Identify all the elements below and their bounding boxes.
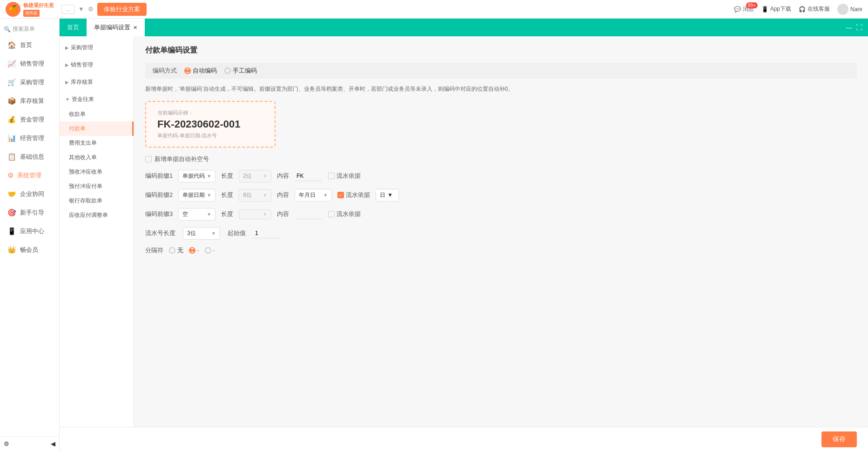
prefix2-content-select[interactable]: 年月日 ▼ bbox=[295, 189, 332, 202]
serial-arrow-icon: ▼ bbox=[211, 231, 216, 236]
sidebar-item-operation[interactable]: 📊 经营管理 bbox=[2, 129, 57, 147]
serial-row: 流水号长度 3位 ▼ 起始值 bbox=[145, 227, 857, 240]
search-icon: 🔍 bbox=[4, 26, 11, 33]
sep-dot2-radio[interactable]: · bbox=[205, 247, 215, 254]
prefix2-content-arrow-icon: ▼ bbox=[323, 193, 328, 198]
prefix3-length-arrow: ▼ bbox=[262, 212, 267, 217]
auto-encode-radio[interactable]: 自动编码 bbox=[184, 67, 217, 75]
sub-menu-purchase-title[interactable]: ▶ 采购管理 bbox=[60, 40, 134, 55]
sep-none-radio[interactable]: 无 bbox=[169, 246, 183, 255]
maximize-icon[interactable]: ⛶ bbox=[856, 24, 862, 31]
prefix1-length-box: 2位 ▼ bbox=[239, 170, 271, 182]
prefix2-content-label: 内容 bbox=[277, 191, 289, 199]
sidebar-bottom: ⚙ ◀ bbox=[0, 436, 59, 451]
sidebar-item-system[interactable]: ⚙ 系统管理 bbox=[2, 167, 57, 184]
tab-bar: 首页 单据编码设置 ✕ — ⛶ bbox=[60, 19, 868, 36]
sidebar-item-enterprise[interactable]: 🤝 企业协同 bbox=[2, 185, 57, 203]
bottom-bar: 保存 bbox=[60, 427, 868, 451]
layout: 🔍 搜索菜单 🏠 首页 📈 销售管理 🛒 采购管理 📦 库存核算 💰 资金管理 … bbox=[0, 0, 868, 451]
sep-dot2-circle bbox=[205, 247, 211, 254]
sidebar-search[interactable]: 🔍 搜索菜单 bbox=[0, 22, 59, 36]
download-icon: 📱 bbox=[761, 6, 768, 13]
sub-menu-expense[interactable]: 费用支出单 bbox=[60, 136, 134, 150]
prefix2-length-arrow: ▼ bbox=[262, 193, 267, 198]
home-icon: 🏠 bbox=[7, 41, 16, 49]
sidebar-item-finance[interactable]: 💰 资金管理 bbox=[2, 111, 57, 128]
tab-encode-settings[interactable]: 单据编码设置 ✕ bbox=[87, 19, 145, 36]
online-service-button[interactable]: 🎧 在线客服 bbox=[799, 5, 830, 13]
sidebar-item-basic[interactable]: 📋 基础信息 bbox=[2, 148, 57, 166]
tab-home[interactable]: 首页 bbox=[60, 19, 87, 36]
sub-menu-sales-title[interactable]: ▶ 销售管理 bbox=[60, 57, 134, 73]
sub-menu-prepaid-receivable[interactable]: 预收冲应收单 bbox=[60, 165, 134, 179]
trial-button[interactable]: 体验行业方案 bbox=[97, 3, 147, 16]
prefix3-content-input[interactable] bbox=[295, 209, 323, 219]
sub-menu-capital-title[interactable]: ▼ 资金往来 bbox=[60, 92, 134, 107]
prefix1-select[interactable]: 单据代码 ▼ bbox=[178, 170, 215, 182]
prefix3-flow-checkbox[interactable] bbox=[328, 211, 335, 217]
sidebar-item-purchase[interactable]: 🛒 采购管理 bbox=[2, 74, 57, 91]
day-arrow-icon: ▼ bbox=[387, 192, 393, 198]
prefix1-content-input[interactable] bbox=[295, 171, 323, 181]
settings-icon[interactable]: ⚙ bbox=[88, 6, 94, 13]
prefix3-arrow-icon: ▼ bbox=[207, 212, 211, 217]
sub-menu-other-income[interactable]: 其他收入单 bbox=[60, 150, 134, 165]
sidebar-item-member[interactable]: 👑 畅会员 bbox=[2, 241, 57, 259]
sidebar-item-home[interactable]: 🏠 首页 bbox=[2, 36, 57, 54]
prefix1-flow-check: 流水依据 bbox=[328, 172, 361, 180]
sidebar-item-inventory[interactable]: 📦 库存核算 bbox=[2, 92, 57, 110]
user-profile[interactable]: Nare bbox=[837, 4, 862, 15]
sub-menu-payment[interactable]: 付款单 bbox=[60, 121, 134, 136]
sub-menu-adjustment[interactable]: 应收应付调整单 bbox=[60, 208, 134, 222]
sidebar-item-sales[interactable]: 📈 销售管理 bbox=[2, 55, 57, 73]
auto-fill-checkbox[interactable] bbox=[145, 156, 152, 162]
prefix2-select[interactable]: 单据日期 ▼ bbox=[178, 189, 215, 202]
prefix1-arrow-icon: ▼ bbox=[207, 174, 211, 179]
member-icon: 👑 bbox=[7, 246, 16, 254]
sub-menu-bank[interactable]: 银行存取款单 bbox=[60, 194, 134, 208]
sub-menu-sales: ▶ 销售管理 bbox=[60, 57, 134, 73]
prefix2-flow-check: ✓ 流水依据 bbox=[337, 191, 370, 199]
info-text: 新增单据时，'单据编码'自动生成，不可编辑。前缀设置为部门、业务员等档案类、开单… bbox=[145, 84, 857, 94]
separator-label: 分隔符 bbox=[145, 246, 163, 255]
sep-dot-radio[interactable]: · bbox=[189, 247, 199, 254]
enterprise-icon: 🤝 bbox=[7, 190, 16, 198]
sub-menu-inventory-title[interactable]: ▶ 库存核算 bbox=[60, 74, 134, 90]
prefix3-select[interactable]: 空 ▼ bbox=[178, 208, 215, 221]
logo-area: 🍊 畅捷通好生意 插件版 bbox=[6, 2, 54, 17]
sidebar: 🔍 搜索菜单 🏠 首页 📈 销售管理 🛒 采购管理 📦 库存核算 💰 资金管理 … bbox=[0, 19, 60, 451]
app-download-button[interactable]: 📱 App下载 bbox=[761, 5, 791, 13]
message-button[interactable]: 💬 消息 99+ bbox=[734, 5, 754, 13]
settings-bottom-icon[interactable]: ⚙ bbox=[4, 440, 9, 447]
save-button[interactable]: 保存 bbox=[821, 431, 857, 447]
arrow-down-icon: ▼ bbox=[65, 97, 70, 102]
prefix1-flow-checkbox[interactable] bbox=[328, 173, 335, 179]
prefix3-content-label: 内容 bbox=[277, 210, 289, 218]
system-icon: ⚙ bbox=[7, 171, 13, 180]
main-content: 首页 单据编码设置 ✕ — ⛶ ▶ 采购管理 bbox=[60, 19, 868, 451]
tab-close-icon[interactable]: ✕ bbox=[133, 25, 137, 31]
dropdown-arrow-icon[interactable]: ▼ bbox=[78, 6, 84, 13]
sidebar-item-apps[interactable]: 📱 应用中心 bbox=[2, 222, 57, 240]
serial-length-select[interactable]: 3位 ▼ bbox=[183, 227, 220, 240]
sub-menu-prepaid-payable[interactable]: 预付冲应付单 bbox=[60, 179, 134, 194]
apps-icon: 📱 bbox=[7, 227, 16, 236]
manual-encode-radio[interactable]: 手工编码 bbox=[224, 67, 257, 75]
avatar bbox=[837, 4, 848, 15]
sub-menu-purchase: ▶ 采购管理 bbox=[60, 40, 134, 55]
logo-text: 畅捷通好生意 插件版 bbox=[23, 2, 54, 17]
form-area: 付款单编码设置 编码方式 自动编码 手工编码 新增单据时，'单据编码'自动生成，… bbox=[134, 36, 868, 427]
prefix3-label: 编码前缀3 bbox=[145, 210, 173, 218]
company-selector[interactable]: ... bbox=[61, 5, 74, 14]
collapse-icon[interactable]: ◀ bbox=[51, 440, 55, 447]
serial-start-label: 起始值 bbox=[228, 229, 246, 237]
sub-menu-receipt[interactable]: 收款单 bbox=[60, 107, 134, 121]
minus-icon[interactable]: — bbox=[846, 24, 852, 31]
prefix2-flow-checkbox[interactable]: ✓ bbox=[337, 192, 344, 198]
prefix1-label: 编码前缀1 bbox=[145, 172, 173, 180]
top-bar-right: 💬 消息 99+ 📱 App下载 🎧 在线客服 Nare bbox=[734, 4, 862, 15]
sidebar-item-guide[interactable]: 🎯 新手引导 bbox=[2, 204, 57, 222]
prefix2-day-select[interactable]: 日 ▼ bbox=[376, 189, 399, 202]
serial-start-input[interactable] bbox=[253, 229, 281, 238]
encode-method-label: 编码方式 bbox=[153, 67, 177, 75]
